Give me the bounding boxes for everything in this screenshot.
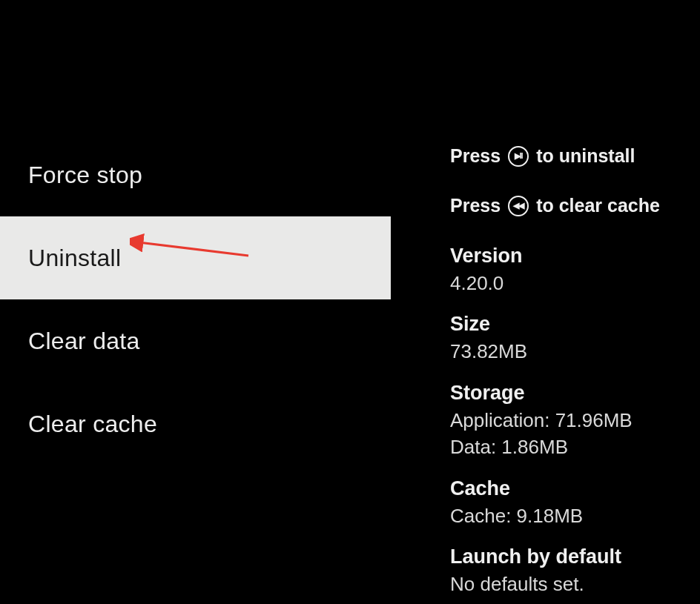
hint-text-pre: Press [450, 195, 501, 216]
force-stop-menu-item[interactable]: Force stop [0, 133, 391, 216]
storage-block: Storage Application: 71.96MB Data: 1.86M… [450, 382, 685, 461]
size-block: Size 73.82MB [450, 313, 685, 365]
hint-text-post: to uninstall [536, 145, 635, 167]
size-label: Size [450, 313, 685, 336]
storage-application-value: Application: 71.96MB [450, 407, 685, 434]
menu-item-label: Clear data [28, 328, 140, 355]
uninstall-menu-item[interactable]: Uninstall [0, 216, 391, 299]
clear-cache-hint: Press ◀◀ to clear cache [450, 195, 685, 216]
size-value: 73.82MB [450, 338, 685, 365]
actions-menu: Force stop Uninstall Clear data Clear ca… [0, 0, 391, 604]
launch-default-value: No defaults set. [450, 571, 685, 597]
cache-label: Cache [450, 477, 685, 500]
version-block: Version 4.20.0 [450, 245, 685, 296]
menu-item-label: Force stop [28, 162, 142, 189]
info-panel: Press ▶II to uninstall Press ◀◀ to clear… [391, 0, 700, 604]
cache-value: Cache: 9.18MB [450, 502, 685, 529]
clear-cache-menu-item[interactable]: Clear cache [0, 382, 391, 465]
rewind-icon: ◀◀ [508, 196, 529, 216]
hint-text-pre: Press [450, 145, 501, 167]
storage-label: Storage [450, 382, 685, 405]
launch-default-block: Launch by default No defaults set. [450, 545, 685, 597]
clear-data-menu-item[interactable]: Clear data [0, 299, 391, 382]
menu-item-label: Uninstall [28, 245, 121, 272]
play-pause-icon: ▶II [508, 146, 529, 167]
version-label: Version [450, 245, 685, 268]
hint-text-post: to clear cache [536, 195, 660, 216]
cache-block: Cache Cache: 9.18MB [450, 477, 685, 529]
app-settings-screen: Force stop Uninstall Clear data Clear ca… [0, 0, 700, 604]
uninstall-hint: Press ▶II to uninstall [450, 145, 685, 167]
version-value: 4.20.0 [450, 270, 685, 296]
menu-item-label: Clear cache [28, 411, 157, 438]
storage-data-value: Data: 1.86MB [450, 434, 685, 460]
launch-default-label: Launch by default [450, 545, 685, 568]
